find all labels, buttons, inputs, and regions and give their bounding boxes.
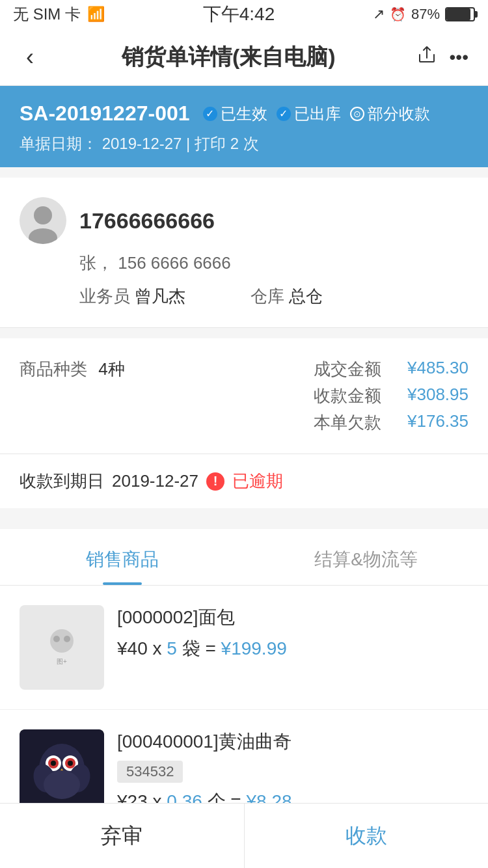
sales-name: 曾凡杰 [135,286,185,306]
svg-point-14 [68,761,73,766]
product-placeholder-1: 图+ [20,605,104,690]
customer-meta: 业务员 曾凡杰 仓库 总仓 [79,285,468,308]
avatar [20,197,66,244]
status-badge-partial-payment: ⊙ 部分收款 [350,103,430,124]
nav-bar: ‹ 销货单详情(来自电脑) ••• [0,29,488,86]
svg-point-5 [64,636,70,642]
product-item: 图+ [0000002]面包 ¥40 x 5 袋 = ¥199.99 [0,586,488,710]
print-count: 2 [230,135,239,152]
order-date-row: 单据日期： 2019-12-27 | 打印 2 次 [20,133,468,154]
product-info-1: [0000002]面包 ¥40 x 5 袋 = ¥199.99 [117,605,468,690]
section-divider-2 [0,508,488,519]
tab-settlement[interactable]: 结算&物流等 [244,529,488,585]
svg-point-1 [34,206,52,224]
check-icon-2: ✓ [277,107,291,121]
overdue-text: 已逾期 [232,470,283,493]
svg-text:图+: 图+ [57,658,67,665]
product-qty-1: 5 [167,638,177,658]
product-sku-2: 534532 [117,761,183,783]
overdue-icon: ! [206,472,224,491]
product-image-2: 百 草 味 [20,729,104,814]
alarm-icon: ⏰ [390,7,406,22]
clock-icon: ⊙ [350,107,364,121]
page-title: 销货单详情(来自电脑) [122,42,336,72]
deal-amount: ¥485.30 [407,358,468,381]
warehouse-name: 总仓 [289,286,323,306]
svg-point-4 [53,636,60,642]
svg-point-13 [51,761,56,766]
time-label: 下午4:42 [203,2,275,27]
due-date-label: 收款到期日 [20,470,104,493]
balance-amount: ¥176.35 [407,411,468,434]
battery-icon [445,7,475,21]
print-label: | 打印 [186,135,230,152]
svg-point-3 [50,629,74,653]
payment-button[interactable]: 收款 [245,804,489,868]
tab-bar: 销售商品 结算&物流等 [0,529,488,586]
balance-row: 本单欠款 ¥176.35 [314,411,468,434]
bottom-action-bar: 弃审 收款 [0,803,488,868]
order-date: 2019-12-27 [102,135,182,152]
status-bar: 无 SIM 卡 📶 下午4:42 ↗ ⏰ 87% [0,0,488,29]
check-icon-1: ✓ [203,107,217,121]
due-date-section: 收款到期日 2019-12-27 ! 已逾期 [0,454,488,508]
status-badge-shipped: ✓ 已出库 [277,103,341,124]
share-button[interactable] [417,45,437,69]
wifi-icon: 📶 [87,6,105,23]
product-name-2: [000400001]黄油曲奇 [117,729,468,754]
warehouse-label: 仓库 [251,286,284,306]
location-icon: ↗ [373,6,385,23]
battery-percent: 87% [411,6,440,23]
status-badge-activated: ✓ 已生效 [203,103,267,124]
product-type-label: 商品种类 [20,359,87,379]
deal-amount-row: 成交金额 ¥485.30 [314,358,468,381]
product-name-1: [0000002]面包 [117,605,468,630]
more-button[interactable]: ••• [450,47,468,68]
svg-point-18 [44,770,80,799]
tab-sales-products[interactable]: 销售商品 [0,529,244,585]
product-total-1: ¥199.99 [221,638,287,658]
back-button[interactable]: ‹ [20,37,40,77]
print-suffix: 次 [243,135,259,152]
order-header: SA-20191227-001 ✓ 已生效 ✓ 已出库 ⊙ 部分收款 单据日期：… [0,86,488,167]
product-info-2: [000400001]黄油曲奇 534532 ¥23 x 0.36 个 = ¥8… [117,729,468,814]
customer-name-phone: 张， 156 6666 6666 [79,252,468,275]
order-id: SA-20191227-001 [20,102,190,126]
customer-phone: 17666666666 [79,208,215,234]
carrier-label: 无 SIM 卡 [13,4,81,25]
customer-section: 17666666666 张， 156 6666 6666 业务员 曾凡杰 仓库 … [0,178,488,327]
product-image-1: 图+ [20,605,104,690]
sales-label: 业务员 [79,286,130,306]
product-list: 图+ [0000002]面包 ¥40 x 5 袋 = ¥199.99 [0,586,488,834]
product-price-1: ¥40 x 5 袋 = ¥199.99 [117,636,468,661]
product-owl-image: 百 草 味 [20,729,104,814]
due-date-value: 2019-12-27 [112,471,198,491]
tab-section: 销售商品 结算&物流等 [0,529,488,586]
cancel-review-button[interactable]: 弃审 [0,804,245,868]
date-label: 单据日期： [20,135,98,152]
stats-section: 商品种类 4种 成交金额 ¥485.30 收款金额 ¥308.95 本单欠款 ¥… [0,338,488,454]
section-divider-1 [0,328,488,338]
received-amount-row: 收款金额 ¥308.95 [314,385,468,407]
received-amount: ¥308.95 [407,385,468,407]
product-count: 4种 [98,359,124,379]
